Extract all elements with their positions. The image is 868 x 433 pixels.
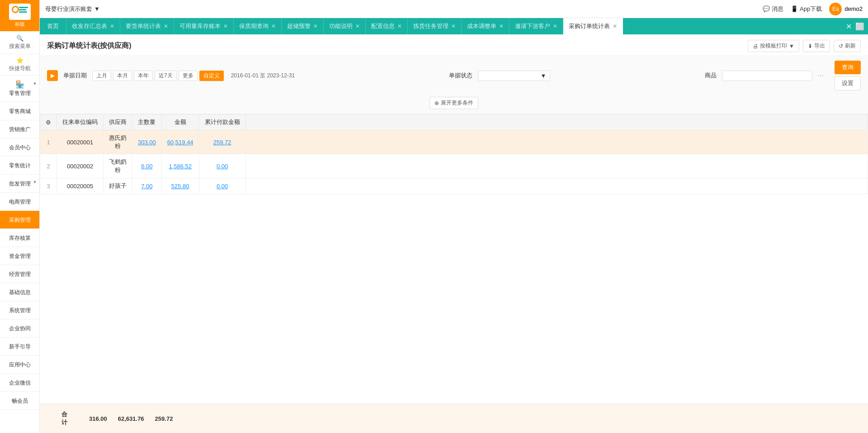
sidebar-item-vip[interactable]: 畅会员 bbox=[0, 392, 39, 410]
cell-amount[interactable]: 525.80 bbox=[161, 178, 199, 194]
tab-expiry-query[interactable]: 保质期查询 ✕ bbox=[234, 18, 282, 34]
tab-close-all-icon[interactable]: ✕ bbox=[846, 22, 852, 31]
tab-order-stat-close[interactable]: ✕ bbox=[164, 23, 168, 29]
date-btn-this-month[interactable]: 本月 bbox=[113, 71, 132, 81]
tab-config-info-close[interactable]: ✕ bbox=[397, 23, 402, 29]
cell-qty[interactable]: 6.00 bbox=[132, 154, 162, 178]
sidebar-search-label: 搜索菜单 bbox=[9, 43, 31, 50]
goods-more-icon[interactable]: ··· bbox=[818, 71, 824, 80]
footer-row: 合计 316.00 62,631.76 259.72 bbox=[45, 408, 863, 429]
cell-paid[interactable]: 259.72 bbox=[199, 130, 245, 154]
tab-task-mgmt[interactable]: 拣货任务管理 ✕ bbox=[408, 18, 462, 34]
cell-qty[interactable]: 7.00 bbox=[132, 178, 162, 194]
sidebar-item-operations[interactable]: 经营管理 bbox=[0, 265, 39, 283]
sidebar-search-item[interactable]: 🔍 搜索菜单 bbox=[0, 31, 39, 54]
sidebar-item-retail-shop[interactable]: 零售商城 bbox=[0, 102, 39, 120]
sidebar-item-purchase-label: 采购管理 bbox=[9, 216, 31, 224]
tab-cost-adjust-close[interactable]: ✕ bbox=[499, 23, 504, 29]
sidebar-item-wechat[interactable]: 企业微信 bbox=[0, 374, 39, 392]
tabbar: 首页 收发存汇总表 ✕ 要货单统计表 ✕ 可用量库存账本 ✕ 保质期查询 ✕ 超… bbox=[40, 18, 868, 34]
sidebar-item-retail-stat[interactable]: 零售统计 bbox=[0, 157, 39, 175]
date-btn-custom[interactable]: 自定义 bbox=[199, 71, 224, 81]
cell-supplier: 好孩子 bbox=[104, 178, 132, 194]
footer-qty: 316.00 bbox=[84, 408, 113, 429]
cell-amount[interactable]: 60,519.44 bbox=[161, 130, 199, 154]
tab-cost-adjust[interactable]: 成本调整单 ✕ bbox=[462, 18, 509, 34]
print-button[interactable]: 🖨 按模板打印 ▼ bbox=[748, 40, 799, 52]
refresh-button[interactable]: ↺ 刷新 bbox=[834, 40, 861, 52]
sidebar-item-system[interactable]: 系统管理 bbox=[0, 301, 39, 319]
sidebar-item-purchase[interactable]: 采购管理 bbox=[0, 211, 39, 229]
sidebar-item-finance[interactable]: 资金管理 bbox=[0, 247, 39, 265]
cell-paid[interactable]: 0.00 bbox=[199, 178, 245, 194]
user-menu[interactable]: Ea demo2 bbox=[829, 3, 863, 15]
col-settings[interactable]: ⚙ bbox=[40, 114, 57, 130]
message-button[interactable]: 💬 消息 bbox=[763, 5, 783, 13]
tab-purchase-stat-label: 采购订单统计表 bbox=[569, 22, 610, 30]
cell-paid[interactable]: 0.00 bbox=[199, 154, 245, 178]
tab-inventory-book[interactable]: 可用量库存账本 ✕ bbox=[174, 18, 234, 34]
tab-receipt-close[interactable]: ✕ bbox=[110, 23, 114, 29]
tab-task-mgmt-close[interactable]: ✕ bbox=[451, 23, 456, 29]
status-select[interactable]: ▼ bbox=[478, 71, 550, 81]
sidebar-item-wholesale-label: 批发管理 bbox=[9, 180, 31, 188]
tab-func-desc[interactable]: 功能说明 ✕ bbox=[324, 18, 366, 34]
sidebar-item-member[interactable]: 会员中心 bbox=[0, 138, 39, 157]
cell-amount[interactable]: 1,586.52 bbox=[161, 154, 199, 178]
col-qty: 主数量 bbox=[132, 114, 162, 130]
sidebar-item-wholesale[interactable]: 批发管理 bbox=[0, 175, 39, 193]
cell-qty[interactable]: 303.00 bbox=[132, 130, 162, 154]
goods-input[interactable] bbox=[722, 71, 812, 81]
sidebar-item-guide-label: 新手引导 bbox=[9, 343, 31, 351]
settings-button[interactable]: 设置 bbox=[835, 76, 861, 90]
sidebar-item-marketing[interactable]: 营销推广 bbox=[0, 120, 39, 138]
workspace-selector[interactable]: 母婴行业演示账套 ▼ bbox=[45, 5, 100, 13]
table-row: 2 00020002 飞鹤奶粉 6.00 1,586.52 0.00 bbox=[40, 154, 868, 178]
tab-order-stat[interactable]: 要货单统计表 ✕ bbox=[120, 18, 174, 34]
sidebar-item-inventory[interactable]: 库存核算 bbox=[0, 229, 39, 247]
sidebar-item-finance-label: 资金管理 bbox=[9, 252, 31, 260]
sidebar-item-basic[interactable]: 基础信息 bbox=[0, 283, 39, 301]
export-button[interactable]: ⬇ 导出 bbox=[803, 40, 830, 52]
tab-func-desc-close[interactable]: ✕ bbox=[355, 23, 360, 29]
tab-inventory-book-close[interactable]: ✕ bbox=[223, 23, 228, 29]
avatar: Ea bbox=[829, 3, 842, 15]
date-btn-this-year[interactable]: 本年 bbox=[134, 71, 153, 81]
tab-purchase-stat-close[interactable]: ✕ bbox=[613, 23, 617, 29]
tab-invite-downstream-close[interactable]: ✕ bbox=[553, 23, 557, 29]
tab-invite-downstream[interactable]: 邀请下游客户 ✕ bbox=[509, 18, 563, 34]
sidebar-item-ecommerce[interactable]: 电商管理 bbox=[0, 193, 39, 211]
col-paid: 累计付款金额 bbox=[199, 114, 245, 130]
sidebar-logo[interactable]: 标版 bbox=[0, 0, 39, 31]
date-btn-last-7[interactable]: 近7天 bbox=[155, 71, 177, 81]
sidebar-item-guide[interactable]: 新手引导 bbox=[0, 338, 39, 356]
tab-maximize-icon[interactable]: ⬜ bbox=[855, 22, 864, 31]
date-btn-more[interactable]: 更多 bbox=[179, 71, 198, 81]
retail-icon: 🏪 bbox=[15, 80, 24, 89]
tab-home[interactable]: 首页 bbox=[40, 18, 66, 34]
tab-overstock-alert-close[interactable]: ✕ bbox=[313, 23, 318, 29]
tab-purchase-stat[interactable]: 采购订单统计表 ✕ bbox=[563, 18, 623, 34]
query-button[interactable]: 查询 bbox=[835, 61, 861, 74]
expand-more-button[interactable]: ⊕ 展开更多条件 bbox=[429, 97, 478, 109]
sidebar-item-apps[interactable]: 应用中心 bbox=[0, 356, 39, 374]
cell-extra bbox=[245, 154, 868, 178]
expand-icon: ⊕ bbox=[434, 100, 439, 106]
footer-supplier bbox=[73, 408, 84, 429]
topbar-actions: 💬 消息 📱 App下载 Ea demo2 bbox=[763, 3, 863, 15]
tab-expiry-query-close[interactable]: ✕ bbox=[271, 23, 276, 29]
app-download-button[interactable]: 📱 App下载 bbox=[791, 5, 822, 13]
filter-expand-arrow[interactable]: ▶ bbox=[47, 70, 58, 81]
sidebar-item-collab[interactable]: 企业协同 bbox=[0, 319, 39, 338]
date-btn-last-month[interactable]: 上月 bbox=[92, 71, 111, 81]
sidebar-item-retail[interactable]: 🏪 零售管理 bbox=[0, 76, 39, 102]
status-select-arrow: ▼ bbox=[541, 72, 547, 79]
tab-overstock-alert[interactable]: 超储预警 ✕ bbox=[282, 18, 324, 34]
tab-config-info[interactable]: 配置信息 ✕ bbox=[366, 18, 408, 34]
date-to: 2023-12-31 bbox=[267, 72, 295, 79]
filter-area: ▶ 单据日期 上月 本月 本年 近7天 更多 自定义 2016-01-01 至 … bbox=[40, 56, 868, 114]
sidebar-nav-item[interactable]: ⭐ 快捷导航 bbox=[0, 54, 39, 76]
tab-receipt[interactable]: 收发存汇总表 ✕ bbox=[66, 18, 120, 34]
username: demo2 bbox=[844, 5, 863, 12]
page-title: 采购订单统计表(按供应商) bbox=[47, 41, 132, 51]
